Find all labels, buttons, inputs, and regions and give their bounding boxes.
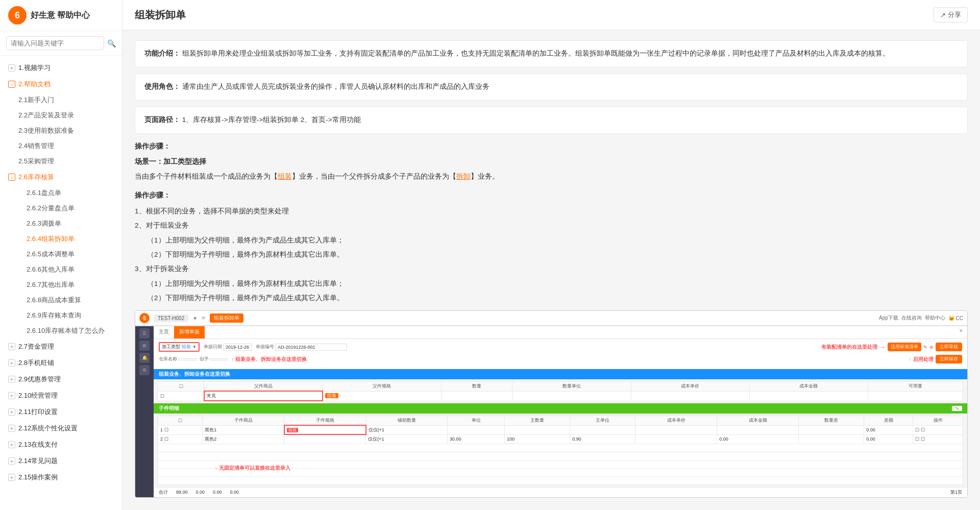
sidebar-item-install[interactable]: 2.2产品安装及登录 [0,108,122,123]
sub-item-label: 2.4销售管理 [18,142,54,150]
scr-bottom-table-area: ☐ 子件商品 子件规格 辅助数量 单位 主数量 主单位 成本单价 成本金额 [154,414,967,487]
scr-btd-mu2: 0.90 [570,434,635,444]
scr-ann4-arrow: ↑ [215,466,217,471]
scr-expand-icon[interactable]: ⤡ [952,406,962,411]
scr-edit-icon: ✎ [923,345,927,350]
content-area: 功能介绍： 组装拆卸单用来处理企业组装或拆卸等加工业务，支持有固定装配清单的产品… [122,30,980,510]
operations-title: 操作步骤： [135,142,968,151]
scr-sb-icon3: 🔔 [139,353,150,363]
scr-type-selector[interactable]: 加工类型 组装 ▼ [159,342,200,352]
scr-type-dropdown: ▼ [192,345,197,349]
sidebar-item-s268[interactable]: 2.6.8商品成本重算 [0,293,122,308]
scr-btd-ca1 [717,425,799,434]
search-icon[interactable]: 🔍 [107,39,116,47]
sidebar-item-label: 2.15操作案例 [18,473,58,482]
scr-tabs: 主页 新增单据 ✕ [154,326,967,339]
scr-type-label: 加工类型 [162,344,180,350]
sidebar-item-ops[interactable]: + 2.10经营管理 [0,387,122,404]
scr-footer-v3: 0.00 [213,490,222,495]
scr-btd-da1: 0.00 [864,425,913,434]
sidebar-item-label: 1.视频学习 [18,63,51,72]
sidebar-item-cases[interactable]: + 2.15操作案例 [0,469,122,485]
sidebar-item-print[interactable]: + 2.11打印设置 [0,404,122,420]
scr-save-btn[interactable]: 立即保存 [936,355,962,363]
sub-item-label: 2.6.8商品成本重算 [27,296,81,304]
sub-item-label: 2.6.2分量盘点单 [27,204,75,212]
expand-icon: + [8,457,15,465]
path-box: 页面路径： 1、库存核算->库存管理->组装拆卸单 2、首页->常用功能 [135,107,968,134]
sidebar-item-s267[interactable]: 2.6.7其他出库单 [0,277,122,293]
scr-footer-v1: 88.00 [176,490,188,495]
expand-icon: + [8,376,15,383]
sidebar-item-purchase[interactable]: 2.5采购管理 [0,154,122,169]
sidebar-item-newcomer[interactable]: 2.1新手入门 [0,92,122,108]
sidebar-item-mobile[interactable]: + 2.8手机旺铺 [0,355,122,371]
sidebar-item-label: 2.11打印设置 [18,407,58,417]
role-label: 使用角色： [144,83,180,90]
app-logo-icon: 6 [8,6,27,25]
scr-annotation3-area: ↑ 启用处理 立即保存 [909,355,963,363]
scr-annotation2-arrow: ↑ [231,357,234,362]
sidebar-item-s269[interactable]: 2.6.9库存账本查询 [0,308,122,323]
scr-btd-empty7 [158,476,963,484]
sidebar-item-data-prep[interactable]: 2.3使用前数据准备 [0,123,122,138]
sub-item-label: 2.6.9库存账本查询 [27,311,81,319]
scr-td-cb: ☐ [158,391,204,401]
sidebar-item-pay[interactable]: + 2.13在线支付 [0,436,122,453]
scr-btd-aq2: 仅仅(+1 [366,434,448,444]
steps-label: 操作步骤： [135,191,968,200]
scr-bth-aux-qty: 辅助数量 [366,416,448,426]
scr-close-icon[interactable]: ✕ [955,326,967,338]
step-1: 1、根据不同的业务，选择不同单据的类型来处理 [135,205,968,217]
sidebar-item-s263[interactable]: 2.6.3调拨单 [0,216,122,231]
expand-icon: + [8,474,15,481]
main-header: 组装拆卸单 ↗ 分享 [122,0,980,30]
scr-bth-cb: ☐ [158,416,203,426]
scr-tab-home[interactable]: 主页 [154,326,174,338]
scr-td-unit1 [512,391,631,401]
scr-btd-dq1 [799,425,864,434]
sidebar-item-docs[interactable]: - 2.帮助文档 [0,76,122,92]
search-input[interactable] [6,36,104,50]
intro-text: 组装拆卸单用来处理企业组装或拆卸等加工业务，支持有固定装配清单的产品加工业务，也… [182,50,890,57]
scr-left-sidebar: ☰ ⊞ 🔔 ⚙ [135,326,154,497]
sidebar-item-s265[interactable]: 2.6.5成本调整单 [0,247,122,262]
scr-confirm-btn[interactable]: 立即审核 [936,343,962,351]
sidebar-header: 6 好生意 帮助中心 [0,0,122,31]
scr-num-value: AD-20191226-001 [275,344,347,351]
scr-std-btn[interactable]: 适用标准清单 [888,343,921,351]
expand-icon: + [8,359,15,367]
step-3-2: （2）下部明细为子件明细，最终作为产成品生成其它入库单。 [135,292,968,304]
sidebar-nav: + 1.视频学习 - 2.帮助文档 2.1新手入门 2.2产品安装及登录 2.3… [0,56,122,510]
sidebar-item-sales[interactable]: 2.4销售管理 [0,138,122,154]
scr-form-row2: 仓库名称 似乎 ↑ 组装业务、拆卸业务在这里 [159,355,962,363]
expand-icon: + [8,408,15,416]
scr-td-qty1 [441,391,512,401]
sidebar-item-video[interactable]: + 1.视频学习 [0,60,122,76]
sidebar-item-finance[interactable]: + 2.7资金管理 [0,338,122,355]
sidebar-item-faq[interactable]: + 2.14常见问题 [0,453,122,469]
scr-warehouse-label: 仓库名称 [159,356,177,362]
sub-item-label: 2.3使用前数据准备 [18,127,74,134]
sub-item-label: 2.6.7其他出库单 [27,281,75,288]
sidebar-item-s264[interactable]: 2.6.4组装拆卸单 [0,231,122,247]
sub-item-label: 2.6.3调拨单 [27,220,61,227]
sidebar-item-s266[interactable]: 2.6.6其他入库单 [0,262,122,277]
scr-bottom-header-text: 子件明细 [159,405,179,412]
sidebar-item-s262[interactable]: 2.6.2分量盘点单 [0,201,122,216]
scr-top-table: ☐ 父件商品 父件规格 数量 数量单位 成本单价 成本金额 可用量 [158,381,963,401]
search-box[interactable]: 🔍 [0,31,122,56]
share-button[interactable]: ↗ 分享 [934,7,968,22]
role-box: 使用角色： 通常由生产人员或库管人员完成拆装业务的操作，库管人员确认原材料的出库… [135,74,968,101]
sidebar-item-s2610[interactable]: 2.6.10库存账本错了怎么办 [0,323,122,338]
scr-btd-da2: 0.00 [864,434,913,444]
sidebar-item-system[interactable]: + 2.12系统个性化设置 [0,420,122,436]
sidebar-item-coupon[interactable]: + 2.9优惠券管理 [0,371,122,387]
scr-footer-page: 第1页 [950,489,962,496]
scr-bth-unit: 单位 [448,416,505,426]
sidebar-item-s261[interactable]: 2.6.1盘点单 [0,185,122,201]
scr-th-unit: 数量单位 [512,382,631,392]
sidebar-item-stock[interactable]: - 2.6库存核算 [0,169,122,185]
scr-btd-g1: 黑色1 [203,425,284,434]
scr-tab-new[interactable]: 新增单据 [174,326,205,338]
